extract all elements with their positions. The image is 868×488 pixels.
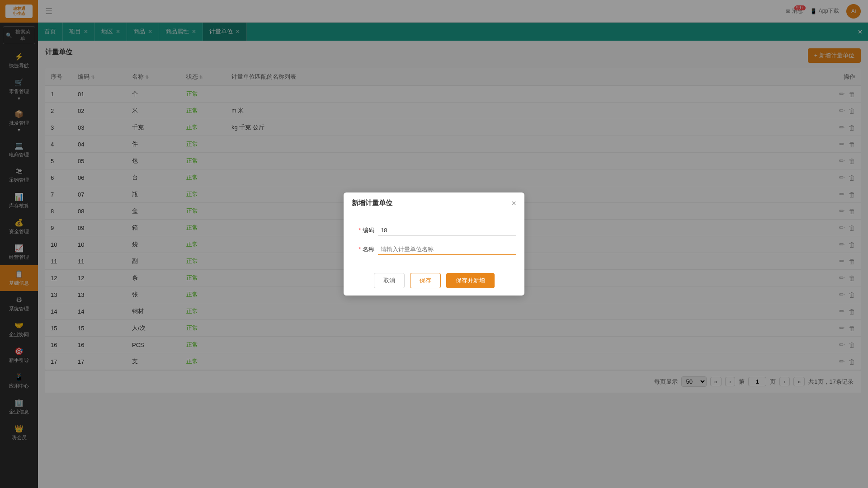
modal-header: 新增计量单位 × xyxy=(344,192,524,214)
modal-title: 新增计量单位 xyxy=(352,199,392,207)
add-unit-modal: 新增计量单位 × 编码 名称 取消 保存 保存并新增 xyxy=(344,192,524,296)
name-input[interactable] xyxy=(378,244,516,255)
name-form-row: 名称 xyxy=(352,244,516,255)
code-input[interactable] xyxy=(378,225,516,236)
save-button[interactable]: 保存 xyxy=(410,273,441,288)
modal-overlay[interactable]: 新增计量单位 × 编码 名称 取消 保存 保存并新增 xyxy=(0,0,868,488)
code-label: 编码 xyxy=(352,226,374,235)
save-new-button[interactable]: 保存并新增 xyxy=(446,273,495,288)
name-label: 名称 xyxy=(352,245,374,253)
modal-footer: 取消 保存 保存并新增 xyxy=(344,268,524,296)
cancel-button[interactable]: 取消 xyxy=(374,273,405,288)
code-form-row: 编码 xyxy=(352,225,516,236)
modal-body: 编码 名称 xyxy=(344,214,524,268)
modal-close-button[interactable]: × xyxy=(511,199,516,207)
